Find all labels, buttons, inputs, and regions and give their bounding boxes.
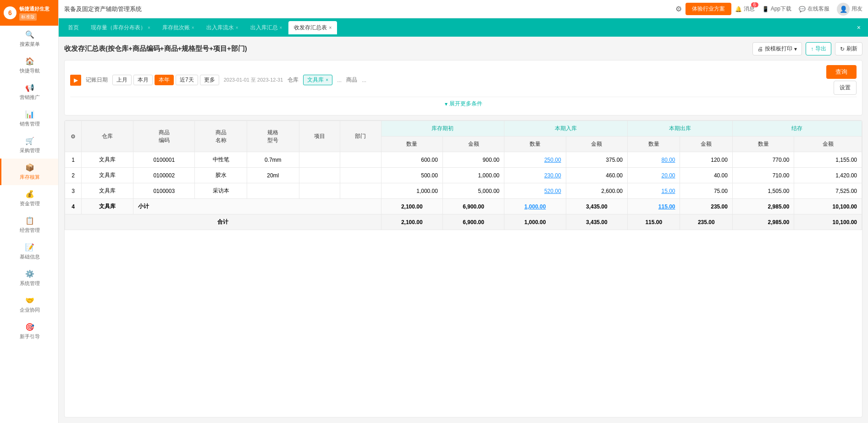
cell-dept-3 [340, 183, 381, 199]
cell-subtotal-no: 4 [65, 199, 82, 214]
sidebar-item-search[interactable]: 🔍 搜索菜单 [0, 26, 58, 52]
cell-balance-qty-1: 770.00 [732, 152, 794, 168]
service-icon: 💬 [799, 6, 806, 12]
warehouse-tag[interactable]: 文具库 × [303, 75, 332, 85]
message-bell-icon: 🔔 [735, 6, 742, 12]
th-settings[interactable]: ⚙ [65, 121, 82, 152]
expand-chevron-icon: ▾ [445, 101, 448, 107]
cell-subtotal-out-amt: 235.00 [680, 199, 732, 214]
table-container: ⚙ 仓库 商品编码 商品名称 规格型号 项目 部门 库存期初 本期入库 本期出库… [64, 120, 862, 418]
cell-in-qty-2[interactable]: 230.00 [504, 168, 566, 183]
cell-no-2: 2 [65, 168, 82, 183]
tabbar-close-all[interactable]: × [853, 22, 864, 33]
tab-stock-dist-close[interactable]: × [148, 25, 150, 30]
th-opening-qty: 数量 [381, 137, 442, 152]
print-button[interactable]: 🖨 按模板打印 ▾ [752, 42, 802, 55]
cell-in-qty-3[interactable]: 520.00 [504, 183, 566, 199]
page-actions: 🖨 按模板打印 ▾ ↑ 导出 ↻ 刷新 [752, 42, 862, 55]
sidebar-label-operations: 经营管理 [20, 227, 40, 234]
tabbar: 首页 现存量（库存分布表） × 库存批次账 × 出入库流水 × 出入库汇总 × … [59, 18, 868, 37]
cell-total-in-qty: 1,000.00 [504, 214, 566, 230]
sidebar-item-purchase[interactable]: 🛒 采购管理 [0, 132, 58, 159]
tab-receive-summary[interactable]: 收发存汇总表 × [288, 21, 337, 34]
tab-inout-summary-close[interactable]: × [280, 25, 282, 30]
th-out-qty: 数量 [628, 137, 680, 152]
main-area: 装备及固定资产辅助管理系统 ⚙ 体验行业方案 🔔 消息 6 📱 App下载 💬 … [59, 0, 868, 423]
date-this-month[interactable]: 本月 [133, 75, 153, 85]
guide-icon: 🎯 [25, 323, 34, 331]
sidebar-item-sales[interactable]: 📊 销售管理 [0, 105, 58, 132]
cell-opening-amt-3: 5,000.00 [442, 183, 504, 199]
sidebar-item-inventory[interactable]: 📦 库存核算 [0, 159, 58, 185]
cell-total-opening-qty: 2,100.00 [381, 214, 442, 230]
th-out: 本期出库 [628, 121, 733, 137]
app-download-item[interactable]: 📱 App下载 [762, 5, 791, 13]
experience-button[interactable]: 体验行业方案 [686, 3, 731, 15]
cell-spec-3 [247, 183, 299, 199]
sidebar-item-collab[interactable]: 🤝 企业协同 [0, 291, 58, 318]
product-more[interactable]: ... [362, 77, 366, 83]
cell-out-qty-1[interactable]: 80.00 [628, 152, 680, 168]
date-this-year[interactable]: 本年 [155, 75, 174, 85]
cell-total-balance-qty: 2,985.00 [732, 214, 794, 230]
cell-in-qty-1[interactable]: 250.00 [504, 152, 566, 168]
date-7days[interactable]: 近7天 [176, 75, 198, 85]
home-icon: 🏠 [25, 57, 34, 66]
message-item[interactable]: 🔔 消息 6 [735, 5, 755, 13]
tab-batch-close[interactable]: × [192, 25, 194, 30]
tab-inout-flow-close[interactable]: × [236, 25, 238, 30]
date-more[interactable]: 更多 [200, 75, 219, 85]
warehouse-more[interactable]: ... [337, 77, 342, 83]
app-download-icon: 📱 [762, 6, 769, 12]
print-icon: 🖨 [757, 46, 763, 52]
tab-batch[interactable]: 库存批次账 × [157, 21, 200, 34]
cell-out-qty-3[interactable]: 15.00 [628, 183, 680, 199]
query-button[interactable]: 查询 [826, 65, 857, 79]
sidebar-label-purchase: 采购管理 [20, 147, 40, 154]
filter-expand-button[interactable]: ▶ [70, 75, 81, 86]
tab-receive-summary-close[interactable]: × [329, 25, 332, 30]
cell-dept-2 [340, 168, 381, 183]
logo-badge: 标准版 [19, 13, 37, 21]
subtotal-row: 4 文具库 小计 2,100.00 6,900.00 1,000.00 3,43… [65, 199, 862, 214]
refresh-button[interactable]: ↻ 刷新 [835, 42, 862, 55]
user-item[interactable]: 👤 用友 [837, 3, 862, 16]
tab-inout-summary[interactable]: 出入库汇总 × [245, 21, 288, 34]
sidebar-item-marketing[interactable]: 📢 营销推广 [0, 79, 58, 105]
date-prev-month[interactable]: 上月 [112, 75, 132, 85]
sidebar-item-quicknav[interactable]: 🏠 快捷导航 [0, 52, 58, 79]
cell-balance-qty-3: 1,505.00 [732, 183, 794, 199]
sidebar-item-finance[interactable]: 💰 资金管理 [0, 185, 58, 212]
sidebar-item-operations[interactable]: 📋 经营管理 [0, 212, 58, 238]
warehouse-tag-close[interactable]: × [326, 77, 328, 82]
sidebar-item-guide[interactable]: 🎯 新手引导 [0, 318, 58, 345]
warehouse-filter-label: 仓库 [287, 76, 299, 84]
cell-subtotal-balance-qty: 2,985.00 [732, 199, 794, 214]
search-icon: 🔍 [25, 30, 34, 39]
online-service-item[interactable]: 💬 在线客服 [799, 5, 829, 13]
settings-button[interactable]: 设置 [834, 81, 857, 95]
sidebar-item-basic[interactable]: 📝 基础信息 [0, 238, 58, 265]
table-row: 1 文具库 0100001 中性笔 0.7mm 600.00 900.00 25… [65, 152, 862, 168]
cell-warehouse-1: 文具库 [82, 152, 133, 168]
tab-home[interactable]: 首页 [62, 21, 84, 34]
cell-project-3 [299, 183, 340, 199]
tab-inout-flow[interactable]: 出入库流水 × [201, 21, 244, 34]
purchase-icon: 🛒 [25, 137, 34, 145]
config-icon[interactable]: ⚙ [675, 5, 682, 13]
cell-subtotal-out-qty[interactable]: 115.00 [628, 199, 680, 214]
export-button[interactable]: ↑ 导出 [806, 42, 831, 55]
cell-in-amt-2: 460.00 [566, 168, 627, 183]
cell-out-amt-3: 75.00 [680, 183, 732, 199]
sidebar-item-system[interactable]: ⚙️ 系统管理 [0, 265, 58, 291]
expand-conditions[interactable]: ▾ 展开更多条件 [70, 97, 857, 110]
cell-subtotal-in-qty[interactable]: 1,000.00 [504, 199, 566, 214]
th-balance-qty: 数量 [732, 137, 794, 152]
logo-icon: 6 [4, 6, 17, 19]
cell-total-out-qty: 115.00 [628, 214, 680, 230]
cell-out-qty-2[interactable]: 20.00 [628, 168, 680, 183]
page: 收发存汇总表(按仓库+商品编码+商品+规格型号+项目+部门) 🖨 按模板打印 ▾… [59, 37, 868, 423]
export-icon: ↑ [811, 46, 813, 52]
sidebar: 6 畅捷通好生意 标准版 🔍 搜索菜单 🏠 快捷导航 📢 营销推广 📊 销售管理… [0, 0, 59, 423]
tab-stock-dist[interactable]: 现存量（库存分布表） × [85, 21, 156, 34]
